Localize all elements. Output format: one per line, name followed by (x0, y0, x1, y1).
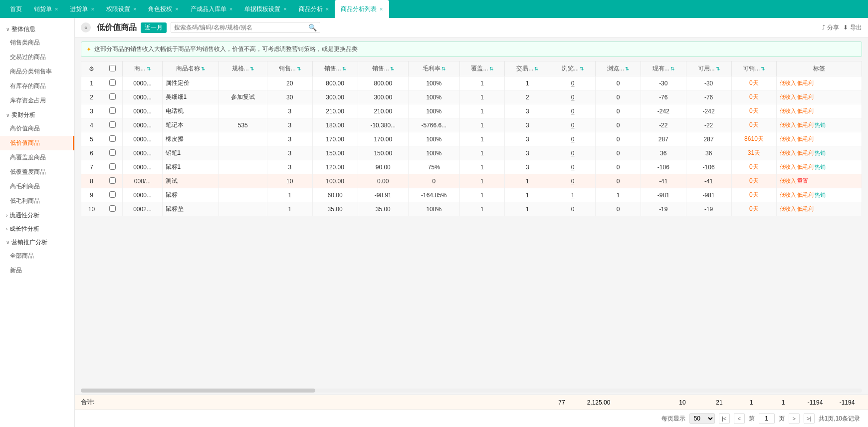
close-icon[interactable]: × (175, 6, 178, 12)
close-icon[interactable]: × (55, 6, 58, 12)
sidebar-group-growth[interactable]: › 成长性分析 (0, 222, 74, 235)
view-count-link[interactable]: 0 (571, 136, 575, 143)
col-checkbox[interactable] (102, 61, 122, 76)
close-icon[interactable]: × (380, 6, 383, 12)
sidebar-item-traded-goods[interactable]: 交易过的商品 (0, 50, 74, 64)
collapse-sidebar-button[interactable]: « (81, 22, 91, 32)
row-select-checkbox[interactable] (109, 149, 116, 156)
first-page-button[interactable]: |< (719, 413, 730, 424)
row-select-checkbox[interactable] (109, 135, 116, 142)
view-count-link[interactable]: 0 (571, 122, 575, 129)
view-count-link[interactable]: 0 (571, 206, 575, 213)
close-icon[interactable]: × (326, 6, 329, 12)
row-select-checkbox[interactable] (109, 121, 116, 128)
sidebar-item-low-value[interactable]: 低价值商品 (0, 136, 74, 150)
view-count-link[interactable]: 0 (571, 108, 575, 115)
col-spec[interactable]: 规格...⇅ (218, 61, 267, 76)
sidebar-item-sales-goods[interactable]: 销售类商品 (0, 35, 74, 50)
row-select-checkbox[interactable] (109, 163, 116, 170)
row-rate: 100% (409, 146, 460, 160)
sidebar-item-high-profit[interactable]: 高毛利商品 (0, 179, 74, 194)
row-tags: 低收入低毛利 (777, 132, 862, 146)
col-trade[interactable]: 交易...⇅ (505, 61, 550, 76)
nav-product-analysis-list[interactable]: 商品分析列表 × (335, 0, 389, 18)
row-checkbox[interactable] (102, 146, 122, 160)
search-icon[interactable]: 🔍 (308, 23, 317, 31)
row-checkbox[interactable] (102, 118, 122, 132)
nav-home[interactable]: 首页 (4, 0, 28, 18)
col-view1[interactable]: 浏览...⇅ (550, 61, 596, 76)
view-count-link[interactable]: 0 (571, 150, 575, 157)
sidebar-group-overall[interactable]: ∨ 整体信息 (0, 22, 74, 35)
sidebar-item-high-value[interactable]: 高价值商品 (0, 121, 74, 136)
view-count-link[interactable]: 0 (571, 178, 575, 185)
nav-product-storage[interactable]: 产成品入库单 × (185, 0, 238, 18)
view-count-link[interactable]: 1 (571, 192, 575, 199)
search-input[interactable] (174, 24, 308, 31)
col-s1[interactable]: 销售...⇅ (267, 61, 312, 76)
per-page-select[interactable]: 50 100 (689, 413, 715, 424)
sidebar-item-stocked-goods[interactable]: 有库存的商品 (0, 79, 74, 93)
next-page-button[interactable]: > (789, 413, 800, 424)
row-checkbox[interactable] (102, 76, 122, 90)
sidebar-item-low-profit[interactable]: 低毛利商品 (0, 194, 74, 208)
col-s3[interactable]: 销售...⇅ (358, 61, 408, 76)
select-all-checkbox[interactable] (109, 65, 116, 71)
col-view2[interactable]: 浏览...⇅ (596, 61, 641, 76)
close-icon[interactable]: × (229, 6, 232, 12)
col-code[interactable]: 商...⇅ (123, 61, 162, 76)
nav-template-settings[interactable]: 单据模板设置 × (238, 0, 292, 18)
sidebar-item-inventory-capital[interactable]: 库存资金占用 (0, 93, 74, 108)
row-sellable: 31天 (731, 146, 777, 160)
row-checkbox[interactable] (102, 104, 122, 118)
col-tags[interactable]: 标签 (777, 61, 862, 76)
col-sellable[interactable]: 可销...⇅ (731, 61, 777, 76)
sidebar-item-new-goods[interactable]: 新品 (0, 263, 74, 278)
view-count-link[interactable]: 0 (571, 164, 575, 171)
nav-role-auth[interactable]: 角色授权 × (142, 0, 184, 18)
nav-permission-settings[interactable]: 权限设置 × (100, 0, 142, 18)
sidebar-group-financial[interactable]: ∨ 卖财分析 (0, 108, 74, 121)
row-select-checkbox[interactable] (109, 191, 116, 198)
sidebar-item-category-sales-rate[interactable]: 商品分类销售率 (0, 64, 74, 79)
row-select-checkbox[interactable] (109, 205, 116, 212)
nav-purchase-order[interactable]: 进货单 × (64, 0, 100, 18)
last-page-button[interactable]: >| (804, 413, 815, 424)
col-settings[interactable]: ⚙ (81, 61, 102, 76)
row-checkbox[interactable] (102, 90, 122, 104)
sidebar-item-all-goods[interactable]: 全部商品 (0, 249, 74, 263)
page-number-input[interactable] (759, 413, 775, 424)
sidebar-group-liquidity[interactable]: › 流通性分析 (0, 208, 74, 222)
row-checkbox[interactable] (102, 202, 122, 216)
col-cover[interactable]: 覆盖...⇅ (459, 61, 505, 76)
sidebar-item-high-coverage[interactable]: 高覆盖度商品 (0, 150, 74, 165)
close-icon[interactable]: × (133, 6, 136, 12)
horizontal-scrollbar[interactable] (81, 389, 862, 393)
row-select-checkbox[interactable] (109, 79, 116, 86)
row-checkbox[interactable] (102, 188, 122, 202)
col-s2[interactable]: 销售...⇅ (312, 61, 358, 76)
nav-sales-order[interactable]: 销货单 × (28, 0, 64, 18)
view-count-link[interactable]: 0 (571, 94, 575, 101)
col-name[interactable]: 商品名称⇅ (162, 61, 218, 76)
row-checkbox[interactable] (102, 132, 122, 146)
date-filter-button[interactable]: 近一月 (141, 22, 167, 33)
export-button[interactable]: ⬇ 导出 (843, 23, 862, 32)
sidebar-item-low-coverage[interactable]: 低覆盖度商品 (0, 165, 74, 179)
col-rate[interactable]: 毛利率⇅ (409, 61, 460, 76)
row-checkbox[interactable] (102, 160, 122, 174)
sidebar-group-marketing[interactable]: ∨ 营销推广分析 (0, 235, 74, 249)
nav-product-analysis[interactable]: 商品分析 × (293, 0, 335, 18)
row-select-checkbox[interactable] (109, 107, 116, 114)
row-checkbox[interactable] (102, 174, 122, 188)
row-select-checkbox[interactable] (109, 177, 116, 184)
prev-page-button[interactable]: < (734, 413, 745, 424)
share-button[interactable]: ⤴ 分享 (822, 23, 839, 32)
col-current-stock[interactable]: 现有...⇅ (641, 61, 686, 76)
col-available[interactable]: 可用...⇅ (686, 61, 731, 76)
view-count-link[interactable]: 0 (571, 80, 575, 87)
close-icon[interactable]: × (283, 6, 286, 12)
close-icon[interactable]: × (91, 6, 94, 12)
row-select-checkbox[interactable] (109, 93, 116, 100)
scrollbar-thumb[interactable] (81, 389, 315, 393)
